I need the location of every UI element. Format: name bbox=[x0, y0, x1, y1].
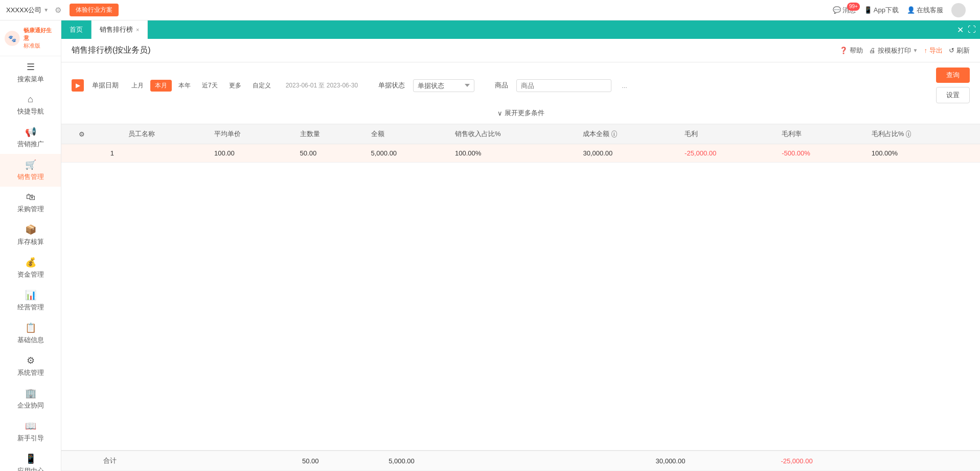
tab-close-icon[interactable]: × bbox=[136, 27, 139, 33]
sidebar-label-quick-nav: 快捷导航 bbox=[17, 107, 44, 116]
company-selector[interactable]: XXXXX公司 ▼ bbox=[6, 6, 49, 15]
app-label: App下载 bbox=[874, 6, 899, 15]
sidebar-label-apps: 应用中心 bbox=[17, 466, 44, 471]
expand-more-button[interactable]: ∨ 展开更多条件 bbox=[497, 105, 544, 119]
sales-icon: 🛒 bbox=[25, 159, 36, 170]
basic-icon: 📋 bbox=[25, 322, 36, 333]
goods-input[interactable] bbox=[516, 79, 611, 92]
sidebar-item-operations[interactable]: 📊 经营管理 bbox=[0, 284, 61, 317]
company-name: XXXXX公司 bbox=[6, 6, 41, 15]
col-employee: 员工名称 bbox=[122, 124, 208, 144]
expand-more-label: 展开更多条件 bbox=[505, 108, 544, 118]
tab-bar-expand-button[interactable]: ⛶ bbox=[968, 25, 976, 34]
top-bar: XXXXX公司 ▼ ⚙ 体验行业方案 💬 消息 99+ 📱 App下载 👤 在线… bbox=[0, 0, 980, 20]
sidebar-item-finance[interactable]: 💰 资金管理 bbox=[0, 252, 61, 284]
col-gross-rate: 毛利率 bbox=[776, 124, 865, 144]
tab-home[interactable]: 首页 bbox=[61, 20, 92, 39]
avatar[interactable] bbox=[951, 3, 966, 17]
status-select-wrapper: 单据状态 bbox=[413, 79, 474, 92]
page-content: 销售排行榜(按业务员) ❓ 帮助 🖨 按模板打印 ▼ ↑ 导出 bbox=[61, 39, 980, 471]
company-chevron-icon: ▼ bbox=[43, 7, 49, 13]
message-button[interactable]: 💬 消息 99+ bbox=[833, 6, 856, 15]
company-settings-icon[interactable]: ⚙ bbox=[55, 6, 61, 15]
status-select[interactable]: 单据状态 bbox=[413, 79, 474, 92]
sidebar-item-quick-nav[interactable]: ⌂ 快捷导航 bbox=[0, 89, 61, 121]
message-icon: 💬 bbox=[833, 6, 841, 14]
tab-sales-ranking-label: 销售排行榜 bbox=[100, 25, 133, 34]
date-btn-7days[interactable]: 近7天 bbox=[197, 80, 222, 92]
finance-icon: 💰 bbox=[25, 257, 36, 268]
sidebar-label-search: 搜索菜单 bbox=[17, 75, 44, 84]
footer-cost: 30,000.00 bbox=[650, 451, 775, 471]
top-bar-right: 💬 消息 99+ 📱 App下载 👤 在线客服 bbox=[833, 3, 974, 17]
tab-bar-close-button[interactable]: ✕ bbox=[957, 25, 964, 35]
sidebar-label-inventory: 库存核算 bbox=[17, 237, 44, 246]
filter-ellipsis: ... bbox=[622, 82, 627, 89]
export-button[interactable]: ↑ 导出 bbox=[924, 46, 943, 55]
col-rank bbox=[102, 124, 122, 144]
logo-icon: 🐾 bbox=[4, 30, 20, 47]
query-button[interactable]: 查询 bbox=[936, 68, 970, 83]
sidebar-item-marketing[interactable]: 📢 营销推广 bbox=[0, 121, 61, 154]
export-icon: ↑ bbox=[924, 47, 928, 54]
export-label: 导出 bbox=[929, 46, 943, 55]
sidebar-item-corp[interactable]: 🏢 企业协同 bbox=[0, 383, 61, 415]
guide-icon: 📖 bbox=[25, 420, 36, 432]
settings-button[interactable]: 设置 bbox=[936, 87, 970, 103]
tab-sales-ranking[interactable]: 销售排行榜 × bbox=[92, 20, 148, 39]
sidebar-label-basic: 基础信息 bbox=[17, 335, 44, 345]
content-area: 首页 销售排行榜 × ✕ ⛶ 销售排行榜(按业务员) ❓ 帮助 bbox=[61, 20, 980, 471]
print-icon: 🖨 bbox=[869, 47, 876, 54]
date-range-display: 2023-06-01 至 2023-06-30 bbox=[286, 81, 358, 90]
table-header-row: ⚙ 员工名称 平均单价 主数量 全额 销售收入占比% 成本全额 i 毛利 毛利率… bbox=[61, 124, 980, 144]
gross-pct-info-icon[interactable]: i bbox=[906, 130, 911, 138]
sidebar-label-finance: 资金管理 bbox=[17, 270, 44, 279]
tab-bar: 首页 销售排行榜 × ✕ ⛶ bbox=[61, 20, 980, 39]
sidebar-item-apps[interactable]: 📱 应用中心 bbox=[0, 448, 61, 471]
sidebar-label-guide: 新手引导 bbox=[17, 434, 44, 443]
sidebar-item-sales[interactable]: 🛒 销售管理 bbox=[0, 154, 61, 187]
date-btn-last-month[interactable]: 上月 bbox=[127, 80, 148, 92]
operations-icon: 📊 bbox=[25, 289, 36, 301]
svg-text:🐾: 🐾 bbox=[8, 34, 17, 42]
trial-button[interactable]: 体验行业方案 bbox=[70, 4, 119, 16]
system-icon: ⚙ bbox=[27, 355, 35, 366]
date-btn-custom[interactable]: 自定义 bbox=[248, 80, 276, 92]
search-menu-icon: ☰ bbox=[27, 61, 35, 73]
date-buttons: 上月 本月 本年 近7天 更多 自定义 bbox=[127, 80, 276, 92]
filter-toggle-icon[interactable]: ▶ bbox=[72, 79, 84, 92]
expand-more-row: ∨ 展开更多条件 bbox=[72, 103, 970, 119]
table-row: 1100.0050.005,000.00100.00%30,000.00-25,… bbox=[61, 144, 980, 163]
refresh-icon: ↺ bbox=[949, 47, 954, 54]
date-btn-more[interactable]: 更多 bbox=[224, 80, 246, 92]
sidebar-item-inventory[interactable]: 📦 库存核算 bbox=[0, 219, 61, 252]
help-icon: ❓ bbox=[839, 47, 848, 54]
online-service-button[interactable]: 👤 在线客服 bbox=[907, 6, 943, 15]
print-button[interactable]: 🖨 按模板打印 ▼ bbox=[869, 46, 918, 55]
page-title: 销售排行榜(按业务员) bbox=[72, 45, 151, 56]
print-chevron-icon: ▼ bbox=[913, 48, 918, 53]
sidebar-item-search[interactable]: ☰ 搜索菜单 bbox=[0, 56, 61, 89]
sidebar-item-purchase[interactable]: 🛍 采购管理 bbox=[0, 187, 61, 219]
sidebar: 🐾 畅康通好生意 标准版 ☰ 搜索菜单 ⌂ 快捷导航 📢 营销推广 🛒 销售管理… bbox=[0, 20, 61, 471]
sidebar-label-system: 系统管理 bbox=[17, 368, 44, 377]
status-filter-label: 单据状态 bbox=[378, 81, 405, 90]
refresh-label: 刷新 bbox=[956, 46, 970, 55]
sidebar-item-guide[interactable]: 📖 新手引导 bbox=[0, 415, 61, 448]
refresh-button[interactable]: ↺ 刷新 bbox=[949, 46, 970, 55]
sidebar-item-system[interactable]: ⚙ 系统管理 bbox=[0, 350, 61, 383]
footer-label: 合计 bbox=[97, 451, 174, 471]
col-settings[interactable]: ⚙ bbox=[61, 124, 102, 144]
cost-info-icon[interactable]: i bbox=[611, 130, 617, 138]
quick-nav-icon: ⌂ bbox=[28, 94, 33, 105]
help-button[interactable]: ❓ 帮助 bbox=[839, 46, 863, 55]
app-download-button[interactable]: 📱 App下载 bbox=[864, 6, 899, 15]
date-btn-this-year[interactable]: 本年 bbox=[174, 80, 195, 92]
table-container: ⚙ 员工名称 平均单价 主数量 全额 销售收入占比% 成本全额 i 毛利 毛利率… bbox=[61, 124, 980, 450]
print-label: 按模板打印 bbox=[878, 46, 911, 55]
app-icon: 📱 bbox=[864, 6, 872, 14]
date-btn-this-month[interactable]: 本月 bbox=[150, 80, 172, 92]
purchase-icon: 🛍 bbox=[26, 192, 35, 203]
sidebar-label-operations: 经营管理 bbox=[17, 303, 44, 312]
sidebar-item-basic[interactable]: 📋 基础信息 bbox=[0, 317, 61, 350]
